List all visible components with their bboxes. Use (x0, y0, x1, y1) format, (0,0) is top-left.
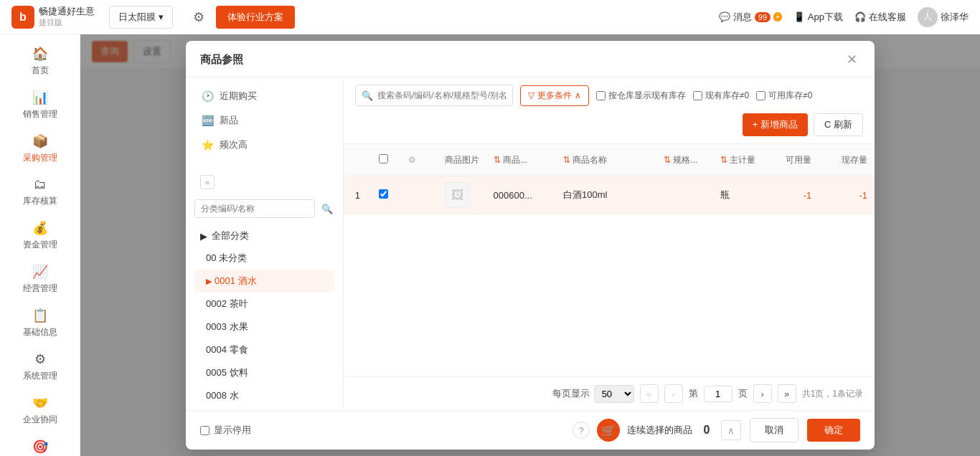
active-arrow-icon: ▶ (206, 277, 212, 286)
sort-icon: ⇅ (720, 155, 727, 165)
branch-dropdown[interactable]: 日太阳膜 ▾ (109, 6, 173, 29)
finance-icon: 💰 (32, 220, 48, 236)
category-search-icon[interactable]: 🔍 (319, 199, 334, 218)
row-checkbox[interactable] (379, 189, 388, 199)
plus-badge: + (773, 12, 782, 22)
cell-name: 白酒100ml (556, 176, 656, 214)
sidebar-item-system[interactable]: ⚙ 系统管理 (0, 346, 80, 388)
product-table: ⚙ 商品图片 ⇅ 商品... (344, 144, 875, 214)
pagination: 每页显示 50 100 200 « ‹ 第 1 页 (344, 376, 875, 410)
sidebar-item-sales[interactable]: 📊 销售管理 (0, 84, 80, 126)
checkbox-warehouse-input[interactable] (596, 91, 606, 100)
avatar: 人 (918, 7, 938, 27)
page-next-btn[interactable]: › (753, 384, 772, 403)
category-item-alcohol[interactable]: ▶ 0001 酒水 (194, 270, 334, 293)
inventory-icon: 🗂 (34, 177, 47, 192)
category-item-drinks[interactable]: 0005 饮料 (194, 361, 334, 384)
refresh-btn[interactable]: C 刷新 (814, 113, 863, 136)
cell-stock: -1 (819, 176, 875, 214)
main-layout: 🏠 首页 📊 销售管理 📦 采购管理 🗂 库存核算 💰 资金管理 📈 经营管理 … (0, 34, 980, 456)
cell-img-thumb: 🖼 (438, 176, 486, 214)
home-icon: 🏠 (32, 46, 48, 62)
sidebar-item-label: 经营管理 (23, 282, 57, 295)
tab-recent-purchase[interactable]: 🕐 近期购买 (194, 85, 334, 108)
page-size-select[interactable]: 50 100 200 (594, 385, 634, 403)
checkbox-available-input[interactable] (756, 91, 765, 100)
sidebar-item-home[interactable]: 🏠 首页 (0, 40, 80, 82)
phone-icon: 📱 (793, 11, 805, 22)
sidebar-item-enterprise[interactable]: 🤝 企业协同 (0, 389, 80, 432)
modal-close-button[interactable]: ✕ (843, 51, 860, 68)
modal-title: 商品参照 (200, 53, 243, 67)
sidebar-item-finance[interactable]: 💰 资金管理 (0, 214, 80, 257)
cell-spec (656, 176, 713, 214)
cell-check[interactable] (372, 176, 395, 214)
category-item-fruit[interactable]: 0003 水果 (194, 315, 334, 338)
guide-icon: 🎯 (32, 439, 48, 455)
enterprise-icon: 🤝 (32, 395, 48, 411)
online-service-nav-item[interactable]: 🎧 在线客服 (854, 11, 906, 24)
cell-unit: 瓶 (713, 176, 763, 214)
add-product-btn[interactable]: + 新增商品 (743, 113, 808, 136)
category-item-snacks[interactable]: 0004 零食 (194, 338, 334, 361)
th-available: 可用量 (763, 144, 819, 176)
messages-nav-item[interactable]: 💬 消息 99 + (719, 11, 782, 24)
checkbox-current-input[interactable] (693, 91, 702, 100)
filter-icon: ▽ (528, 90, 534, 100)
more-filter-btn[interactable]: ▽ 更多条件 ∧ (520, 85, 589, 106)
table-settings-icon[interactable]: ⚙ (402, 150, 423, 170)
checkbox-available-stock[interactable]: 可用库存≠0 (756, 90, 812, 102)
user-nav-item[interactable]: 人 徐泽华 (918, 7, 969, 27)
sidebar-item-label: 资金管理 (23, 239, 57, 251)
table-header-row: ⚙ 商品图片 ⇅ 商品... (344, 144, 875, 176)
th-check (372, 144, 395, 176)
sidebar: 🏠 首页 📊 销售管理 📦 采购管理 🗂 库存核算 💰 资金管理 📈 经营管理 … (0, 34, 80, 456)
app-download-nav-item[interactable]: 📱 App下载 (793, 11, 843, 24)
sidebar-item-inventory[interactable]: 🗂 库存核算 (0, 171, 80, 213)
category-search-input[interactable] (194, 199, 315, 218)
experience-btn[interactable]: 体验行业方案 (216, 6, 295, 29)
th-stock: 现存量 (819, 144, 875, 176)
cart-label: 连续选择的商品 (627, 424, 692, 437)
category-item-tea[interactable]: 0002 茶叶 (194, 293, 334, 315)
nav-right: 💬 消息 99 + 📱 App下载 🎧 在线客服 人 徐泽华 (719, 7, 969, 27)
checkbox-current-stock[interactable]: 现有库存≠0 (693, 90, 749, 102)
purchase-icon: 📦 (32, 133, 48, 149)
product-search-input[interactable] (377, 90, 507, 100)
footer-collapse-btn[interactable]: ∧ (721, 420, 741, 440)
sidebar-item-guide[interactable]: 🎯 新手引导 (0, 433, 80, 456)
tab-new-product[interactable]: 🆕 新品 (194, 109, 334, 132)
sidebar-item-operations[interactable]: 📈 经营管理 (0, 258, 80, 300)
show-disabled-label[interactable]: 显示停用 (200, 424, 251, 437)
cell-available: -1 (763, 176, 819, 214)
th-num (344, 144, 372, 176)
search-icon: 🔍 (362, 90, 373, 101)
page-prev-btn[interactable]: ‹ (664, 384, 683, 403)
settings-icon[interactable]: ⚙ (187, 6, 210, 29)
cart-icon[interactable]: 🛒 (597, 419, 620, 442)
select-all-checkbox[interactable] (379, 154, 388, 163)
sidebar-item-basic-info[interactable]: 📋 基础信息 (0, 302, 80, 344)
footer-cart: ? 🛒 连续选择的商品 0 ∧ (573, 419, 741, 442)
page-input[interactable]: 1 (704, 386, 732, 402)
messages-badge: 99 (755, 12, 771, 22)
help-icon[interactable]: ? (573, 422, 590, 439)
top-navbar: b 畅捷通好生意 捷目版 日太阳膜 ▾ ⚙ 体验行业方案 💬 消息 99 + 📱… (0, 0, 980, 34)
cancel-button[interactable]: 取消 (750, 418, 798, 442)
category-all[interactable]: ▶ 全部分类 (194, 225, 334, 247)
checkbox-warehouse-stock[interactable]: 按仓库显示现有库存 (596, 90, 686, 102)
product-search-wrap[interactable]: 🔍 (355, 85, 513, 106)
category-item-water[interactable]: 0008 水 (194, 384, 334, 407)
tab-high-frequency[interactable]: ⭐ 频次高 (194, 133, 334, 156)
sidebar-item-purchase[interactable]: 📦 采购管理 (0, 128, 80, 170)
category-item-uncategorized[interactable]: 00 未分类 (194, 247, 334, 270)
page-last-btn[interactable]: » (778, 384, 796, 403)
modal-right-panel: 🔍 ▽ 更多条件 ∧ 按仓库显示现有库存 (344, 77, 875, 410)
confirm-button[interactable]: 确定 (807, 419, 860, 442)
system-icon: ⚙ (34, 351, 46, 367)
collapse-left-btn[interactable]: « (200, 175, 215, 189)
page-first-btn[interactable]: « (640, 384, 659, 403)
table-row[interactable]: 1 🖼 000600... (344, 176, 875, 214)
show-disabled-checkbox[interactable] (200, 426, 209, 435)
th-settings: ⚙ (395, 144, 438, 176)
